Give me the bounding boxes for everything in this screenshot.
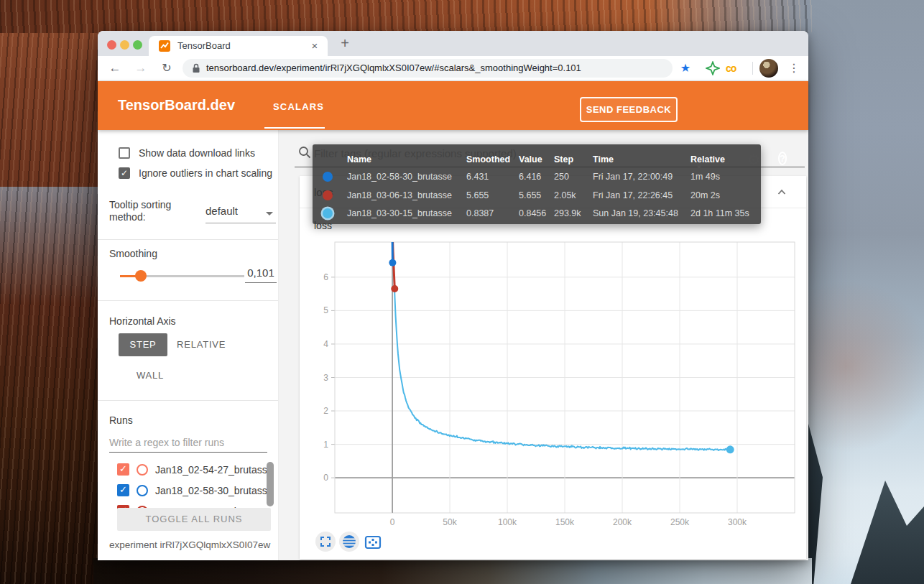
tooltip-column-header: Value xyxy=(519,151,554,169)
series-end-marker xyxy=(391,285,398,292)
tooltip-step: 2.05k xyxy=(554,187,593,206)
tooltip-sorting-value: default xyxy=(205,205,238,217)
run-radio-circle[interactable] xyxy=(137,485,148,496)
tooltip-run-name: Jan18_03-06-13_brutasse xyxy=(347,187,466,206)
forward-button[interactable]: → xyxy=(132,56,149,80)
new-tab-button[interactable]: + xyxy=(336,34,354,52)
axis-relative-button[interactable]: RELATIVE xyxy=(177,333,226,356)
back-button[interactable]: ← xyxy=(106,56,124,80)
wallpaper-bottom-rock xyxy=(93,558,812,584)
profile-avatar[interactable] xyxy=(759,59,778,78)
traffic-light-close-button[interactable] xyxy=(107,40,116,50)
tooltip-dot-column-header xyxy=(323,151,347,169)
tab-title: TensorBoard xyxy=(177,36,231,56)
axis-step-button[interactable]: STEP xyxy=(119,333,167,356)
ignore-outliers-checkbox[interactable]: ✓ xyxy=(119,167,130,179)
fit-to-data-icon[interactable] xyxy=(364,533,382,552)
traffic-light-zoom-button[interactable] xyxy=(133,40,142,50)
send-feedback-button[interactable]: SEND FEEDBACK xyxy=(580,97,678,122)
tooltip-sorting-dropdown[interactable]: default xyxy=(205,205,276,223)
tooltip-column-header: Relative xyxy=(690,151,761,169)
run-row[interactable]: ✓Jan18_02-58-30_brutasse xyxy=(98,480,278,501)
horizontal-axis-label: Horizontal Axis xyxy=(109,315,176,327)
x-tick-label: 0 xyxy=(390,517,395,527)
toggle-all-runs-button[interactable]: TOGGLE ALL RUNS xyxy=(117,508,271,531)
run-label: Jan18_02-58-30_brutasse xyxy=(155,485,272,496)
tooltip-smoothed-value: 0.8387 xyxy=(466,205,519,224)
browser-tab[interactable]: TensorBoard × xyxy=(149,36,328,56)
help-icon[interactable]: ? xyxy=(774,152,791,169)
tooltip-row-dot-cell xyxy=(323,187,347,206)
tooltip-relative-time: 2d 1h 11m 35s xyxy=(690,205,761,224)
runs-filter-input[interactable]: Write a regex to filter runs xyxy=(109,435,267,453)
runs-list: ✓Jan18_02-54-27_brutasse✓Jan18_02-58-30_… xyxy=(98,459,278,509)
tab-close-icon[interactable]: × xyxy=(309,36,320,56)
y-tick-label: 4 xyxy=(323,339,328,349)
run-radio-circle[interactable] xyxy=(137,464,148,476)
sidebar-divider xyxy=(98,400,278,401)
x-tick-label: 250k xyxy=(670,517,690,527)
run-checkbox[interactable]: ✓ xyxy=(117,484,129,496)
y-tick-label: 1 xyxy=(323,440,328,450)
tooltip-table: NameSmoothedValueStepTimeRelativeJan18_0… xyxy=(323,151,761,224)
settings-sidebar: Show data download links ✓ Ignore outlie… xyxy=(98,130,279,560)
x-tick-label: 100k xyxy=(498,517,517,527)
reload-button[interactable]: ↻ xyxy=(158,56,175,80)
tab-strip[interactable]: TensorBoard × + xyxy=(98,31,808,56)
run-color-dot xyxy=(323,208,333,218)
extension-icon[interactable] xyxy=(706,61,720,75)
wallpaper-cliff-top xyxy=(0,0,812,33)
toolbar-divider xyxy=(752,62,753,75)
url-text: tensorboard.dev/experiment/irRl7jXGQlqml… xyxy=(206,59,581,78)
tooltip-value: 6.416 xyxy=(519,169,554,187)
padlock-icon xyxy=(192,63,200,73)
tooltip-time: Fri Jan 17, 22:00:49 xyxy=(593,169,690,187)
tab-scalars[interactable]: SCALARS xyxy=(273,101,324,112)
x-tick-label: 50k xyxy=(443,517,457,527)
run-label: Jan18_02-54-27_brutasse xyxy=(155,464,272,476)
tooltip-row-dot-cell xyxy=(323,169,347,187)
y-tick-label: 5 xyxy=(323,305,328,315)
tooltip-smoothed-value: 5.655 xyxy=(466,187,519,206)
axis-wall-button[interactable]: WALL xyxy=(128,364,172,387)
ignore-outliers-row: ✓ Ignore outliers in chart scaling xyxy=(119,167,273,179)
tensorboard-favicon-icon xyxy=(159,40,170,52)
tooltip-step: 250 xyxy=(554,169,593,187)
chart-tooltip: NameSmoothedValueStepTimeRelativeJan18_0… xyxy=(313,144,761,224)
sidebar-scrollbar-thumb[interactable] xyxy=(267,462,274,506)
x-tick-label: 200k xyxy=(613,517,632,527)
colab-extension-icon[interactable]: co xyxy=(726,56,736,80)
run-row[interactable]: ✓Jan18_02-54-27_brutasse xyxy=(98,459,278,480)
y-tick-label: 3 xyxy=(323,373,328,383)
help-question-mark: ? xyxy=(778,152,787,165)
browser-menu-icon[interactable]: ⋮ xyxy=(785,56,803,80)
traffic-light-minimize-button[interactable] xyxy=(120,40,129,50)
browser-toolbar: ← → ↻ tensorboard.dev/experiment/irRl7jX… xyxy=(98,56,808,81)
y-tick-label: 2 xyxy=(323,406,328,416)
run-color-dot xyxy=(323,172,333,182)
search-icon xyxy=(298,146,311,159)
run-checkbox[interactable]: ✓ xyxy=(117,463,129,476)
wallpaper-cliff-left xyxy=(0,0,108,584)
tooltip-column-header: Time xyxy=(593,151,690,169)
tooltip-column-header: Step xyxy=(554,151,593,169)
smoothing-value-input[interactable]: 0,101 xyxy=(245,266,277,283)
show-download-links-checkbox[interactable] xyxy=(119,147,130,159)
tooltip-time: Sun Jan 19, 23:45:48 xyxy=(593,205,690,224)
tooltip-value: 0.8456 xyxy=(519,205,554,224)
tooltip-column-header: Smoothed xyxy=(466,151,519,169)
fullscreen-icon[interactable] xyxy=(315,532,336,552)
tooltip-value: 5.655 xyxy=(519,187,554,206)
smoothing-slider-thumb[interactable] xyxy=(135,270,147,282)
chevron-up-icon[interactable] xyxy=(775,186,788,199)
tooltip-relative-time: 20m 2s xyxy=(690,187,761,206)
tooltip-step: 293.9k xyxy=(554,205,593,224)
address-bar[interactable]: tensorboard.dev/experiment/irRl7jXGQlqml… xyxy=(183,59,673,78)
tooltip-run-name: Jan18_03-30-15_brutasse xyxy=(347,205,466,224)
browser-window: TensorBoard × + ← → ↻ tensorboard.dev/ex… xyxy=(98,31,808,560)
runs-selector-icon[interactable] xyxy=(339,532,359,552)
run-color-dot xyxy=(323,190,333,200)
bookmark-star-icon[interactable]: ★ xyxy=(677,56,694,80)
loss-chart-svg[interactable]: 0123456050k100k150k200k250k300k xyxy=(335,242,795,513)
runs-label: Runs xyxy=(109,414,133,426)
